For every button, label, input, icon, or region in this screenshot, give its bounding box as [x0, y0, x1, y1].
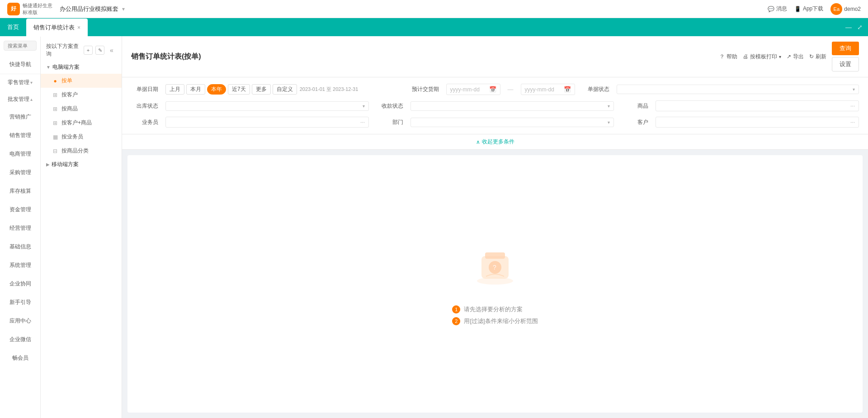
refresh-icon: ↻ [809, 53, 814, 60]
tab-minimize-icon[interactable]: — [845, 24, 852, 31]
search-input[interactable] [4, 41, 37, 51]
goods-select[interactable]: ··· [656, 100, 859, 111]
sidebar-item-apps[interactable]: 应用中心 [0, 312, 40, 330]
by-goods-icon: ⊞ [52, 105, 59, 113]
sidebar-item-quick-nav[interactable]: 快捷导航 [0, 55, 40, 74]
scheme-by-category[interactable]: ⊟ 按商品分类 [41, 144, 122, 158]
customer-more-icon[interactable]: ··· [850, 119, 855, 125]
settings-button[interactable]: 设置 [832, 57, 859, 71]
message-icon: 💬 [768, 6, 774, 12]
tab-close-icon[interactable]: × [77, 24, 80, 31]
department-label: 部门 [376, 119, 403, 126]
by-category-icon: ⊟ [52, 147, 59, 155]
by-customer-icon: ⊞ [52, 91, 59, 99]
sidebar-item-ecommerce[interactable]: 电商管理 [0, 145, 40, 163]
date-btn-more[interactable]: 更多 [252, 84, 271, 95]
template-print-button[interactable]: 🖨 按模板打印 ▾ [743, 53, 781, 61]
sidebar-item-marketing[interactable]: 营销推广 [0, 108, 40, 126]
scheme-by-customer[interactable]: ⊞ 按客户 [41, 88, 122, 102]
export-icon: ↗ [787, 53, 791, 60]
avatar: Ea [830, 3, 842, 15]
filter-date-group: 上月 本月 本年 近7天 更多 自定义 2023-01-01 至 2023-12… [165, 84, 400, 95]
payment-status-select[interactable]: ▾ [410, 101, 614, 111]
empty-hints: 1 请先选择要分析的方案 2 用[过滤]条件来缩小分析范围 [452, 305, 538, 325]
header-label: 办公用品行业模拟账套 [60, 5, 118, 13]
goods-label: 商品 [621, 102, 648, 110]
scheme-by-customer-goods[interactable]: ⊞ 按客户+商品 [41, 116, 122, 130]
scheme-by-salesman[interactable]: ▦ 按业务员 [41, 130, 122, 144]
delivery-dropdown-icon: ▾ [363, 104, 365, 109]
tab-sales-report[interactable]: 销售订单统计表 × [26, 19, 88, 37]
collapse-bar[interactable]: ∧ 收起更多条件 [122, 134, 868, 150]
predicted-date-to[interactable]: yyyy-mm-dd 📅 [521, 84, 575, 95]
top-bar-left: 好 畅捷通好生意 标准版 办公用品行业模拟账套 ▾ [7, 2, 125, 15]
salesman-label: 业务员 [131, 119, 158, 126]
sidebar-item-inventory[interactable]: 库存核算 [0, 182, 40, 200]
sidebar-item-wechat[interactable]: 企业微信 [0, 330, 40, 349]
sidebar-item-basic[interactable]: 基础信息 [0, 238, 40, 256]
pc-section-label: 电脑端方案 [52, 63, 80, 71]
sidebar-item-system[interactable]: 系统管理 [0, 256, 40, 275]
date-btn-last-month[interactable]: 上月 [165, 84, 184, 95]
sidebar-item-operation[interactable]: 经营管理 [0, 219, 40, 238]
page-header: 销售订单统计表(按单) ？ 帮助 🖨 按模板打印 ▾ ↗ 导出 ↻ 刷新 [122, 36, 868, 77]
message-button[interactable]: 💬 消息 [768, 5, 787, 13]
filter-row-3: 业务员 ··· 部门 ▾ 客户 ··· [131, 117, 859, 128]
query-button[interactable]: 查询 [832, 42, 859, 55]
content-area: 销售订单统计表(按单) ？ 帮助 🖨 按模板打印 ▾ ↗ 导出 ↻ 刷新 [122, 36, 868, 418]
help-button[interactable]: ？ 帮助 [719, 53, 737, 61]
calendar-icon-from: 📅 [489, 86, 496, 93]
date-shortcuts: 上月 本月 本年 近7天 更多 自定义 [165, 84, 297, 95]
sidebar-item-enterprise[interactable]: 企业协同 [0, 275, 40, 293]
export-button[interactable]: ↗ 导出 [787, 53, 804, 61]
date-separator: — [508, 86, 514, 93]
top-bar: 好 畅捷通好生意 标准版 办公用品行业模拟账套 ▾ 💬 消息 📱 App下载 E… [0, 0, 868, 18]
sidebar-item-sales[interactable]: 销售管理 [0, 126, 40, 145]
date-label: 单据日期 [131, 86, 158, 93]
date-btn-this-year[interactable]: 本年 [207, 84, 226, 95]
date-btn-this-month[interactable]: 本月 [186, 84, 205, 95]
predicted-date-from[interactable]: yyyy-mm-dd 📅 [446, 84, 500, 95]
tab-window-actions: — ⤢ [840, 24, 868, 31]
user-menu[interactable]: Ea demo2 [830, 3, 861, 15]
goods-more-icon[interactable]: ··· [850, 103, 855, 109]
mobile-scheme-header[interactable]: ▶ 移动端方案 [41, 158, 122, 171]
svg-text:?: ? [493, 264, 496, 271]
by-customer-goods-icon: ⊞ [52, 119, 59, 127]
scheme-by-order[interactable]: ● 按单 [41, 74, 122, 88]
pc-scheme-header[interactable]: ▼ 电脑端方案 [41, 61, 122, 74]
payment-dropdown-icon: ▾ [608, 104, 610, 109]
tab-home[interactable]: 首页 [0, 18, 26, 36]
sidebar-item-finance[interactable]: 资金管理 [0, 200, 40, 219]
customer-select[interactable]: ··· [656, 117, 859, 128]
sidebar-item-purchase[interactable]: 采购管理 [0, 163, 40, 182]
tab-maximize-icon[interactable]: ⤢ [857, 24, 863, 31]
date-btn-last-7-days[interactable]: 近7天 [228, 84, 250, 95]
delivery-status-select[interactable]: ▾ [165, 101, 369, 111]
salesman-more-icon[interactable]: ··· [360, 119, 365, 125]
mobile-section-arrow: ▶ [46, 162, 50, 167]
scheme-by-goods[interactable]: ⊞ 按商品 [41, 102, 122, 116]
nav-tabs: 首页 销售订单统计表 × — ⤢ [0, 18, 868, 36]
print-dropdown-icon: ▾ [779, 54, 781, 59]
date-btn-custom[interactable]: 自定义 [273, 84, 297, 95]
salesman-select[interactable]: ··· [165, 117, 369, 128]
bill-status-select[interactable]: ▾ [617, 85, 859, 94]
sidebar-search [0, 36, 40, 55]
add-scheme-button[interactable]: + [84, 46, 93, 55]
sidebar-item-wholesale[interactable]: 批发管理 ▴ [0, 91, 40, 108]
sidebar-item-member[interactable]: 畅会员 [0, 349, 40, 367]
department-select[interactable]: ▾ [410, 118, 614, 127]
refresh-button[interactable]: ↻ 刷新 [809, 53, 826, 61]
sidebar: 快捷导航 零售管理 ▾ 批发管理 ▴ 营销推广 销售管理 电商管理 采购管理 库… [0, 36, 41, 418]
edit-scheme-button[interactable]: ✎ [95, 46, 104, 55]
bill-status-label: 单据状态 [582, 86, 609, 93]
logo-icon: 好 [7, 3, 20, 15]
sidebar-item-retail[interactable]: 零售管理 ▾ [0, 74, 40, 91]
sidebar-item-newbie[interactable]: 新手引导 [0, 293, 40, 312]
app-download-button[interactable]: 📱 App下载 [794, 5, 823, 13]
header-dropdown-icon[interactable]: ▾ [122, 6, 125, 12]
print-icon: 🖨 [743, 53, 748, 60]
hint-num-1: 1 [452, 305, 460, 314]
collapse-panel-button[interactable]: « [107, 46, 116, 55]
